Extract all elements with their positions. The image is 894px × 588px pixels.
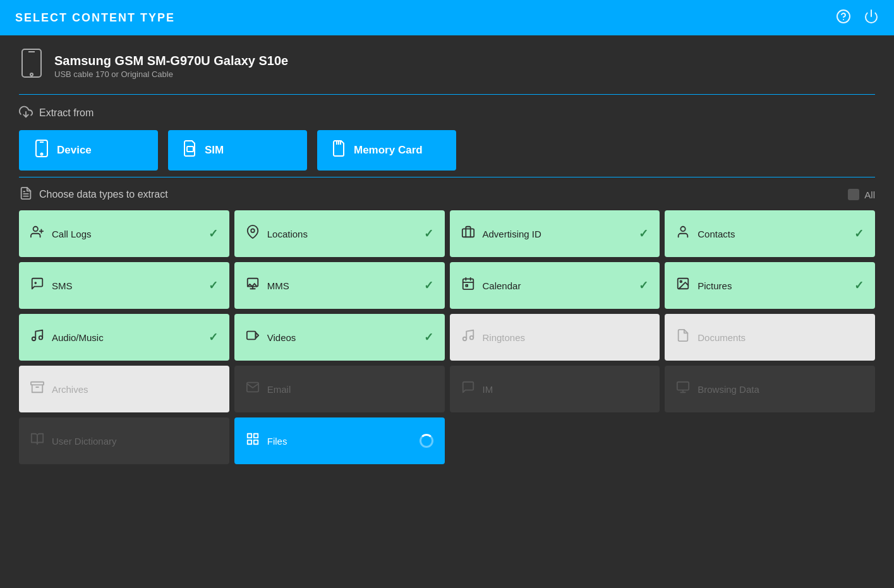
pictures-label: Pictures	[698, 280, 732, 291]
device-btn-label: Device	[57, 144, 92, 157]
svg-point-31	[680, 280, 682, 282]
archives-icon	[30, 380, 44, 398]
device-name: Samsung GSM SM-G970U Galaxy S10e	[54, 54, 288, 68]
grid-item-documents[interactable]: Documents	[665, 314, 875, 361]
archives-label: Archives	[52, 384, 88, 395]
locations-icon	[246, 225, 260, 243]
mms-check: ✓	[424, 279, 433, 292]
extract-from-header: Extract from	[19, 105, 875, 121]
files-label: Files	[267, 436, 287, 447]
extract-from-section: Extract from Device SIM	[0, 95, 894, 177]
svg-point-21	[681, 227, 686, 231]
help-icon[interactable]	[836, 9, 851, 27]
contacts-label: Contacts	[698, 229, 735, 239]
extract-icon	[19, 105, 33, 121]
all-label: All	[864, 189, 875, 200]
svg-point-19	[251, 229, 255, 232]
videos-check: ✓	[424, 330, 433, 344]
extract-from-label: Extract from	[39, 107, 94, 119]
grid-item-archives[interactable]: Archives	[19, 366, 229, 412]
svg-point-33	[39, 336, 43, 340]
locations-check: ✓	[424, 227, 433, 241]
data-types-header: Choose data types to extract All	[0, 177, 894, 210]
device-details: Samsung GSM SM-G970U Galaxy S10e USB cab…	[54, 54, 288, 79]
grid-item-email[interactable]: Email	[234, 366, 445, 412]
svg-point-9	[41, 153, 43, 155]
grid-item-pictures[interactable]: Pictures ✓	[665, 262, 875, 309]
svg-rect-38	[31, 382, 44, 385]
sim-btn-icon	[183, 140, 197, 160]
grid-item-user-dictionary[interactable]: User Dictionary	[19, 417, 229, 464]
device-btn-icon	[34, 140, 49, 161]
call-logs-label: Call Logs	[52, 229, 92, 239]
data-types-title-group: Choose data types to extract	[19, 186, 168, 203]
svg-rect-34	[247, 332, 256, 340]
email-icon	[246, 380, 260, 398]
svg-point-5	[30, 73, 33, 76]
calendar-check: ✓	[639, 279, 648, 292]
grid-item-audio-music[interactable]: Audio/Music ✓	[19, 314, 229, 361]
files-spinner	[420, 434, 433, 448]
svg-rect-43	[248, 434, 251, 438]
grid-item-browsing-data[interactable]: Browsing Data	[665, 366, 875, 412]
advertising-id-icon	[461, 225, 475, 243]
sim-button[interactable]: SIM	[168, 130, 307, 171]
memory-card-button[interactable]: Memory Card	[317, 130, 456, 171]
header: SELECT CONTENT TYPE	[0, 0, 894, 35]
all-checkbox-group[interactable]: All	[848, 189, 875, 200]
memory-card-btn-icon	[332, 140, 346, 160]
user-dictionary-icon	[30, 432, 44, 450]
header-icons	[836, 9, 879, 27]
sim-btn-label: SIM	[205, 144, 224, 157]
svg-point-22	[35, 282, 36, 284]
device-button[interactable]: Device	[19, 130, 158, 171]
audio-music-icon	[30, 328, 44, 346]
user-dictionary-label: User Dictionary	[52, 436, 117, 447]
browsing-data-icon	[676, 380, 690, 398]
svg-point-36	[462, 337, 466, 341]
locations-label: Locations	[267, 229, 308, 239]
sms-icon	[30, 277, 44, 294]
grid-item-videos[interactable]: Videos ✓	[234, 314, 445, 361]
svg-rect-40	[677, 382, 689, 390]
grid-item-mms[interactable]: MMS ✓	[234, 262, 445, 309]
svg-point-32	[32, 337, 36, 341]
pictures-icon	[676, 277, 690, 294]
page-title: SELECT CONTENT TYPE	[15, 11, 175, 25]
grid-item-files[interactable]: Files	[234, 417, 445, 464]
sms-check: ✓	[208, 279, 218, 292]
data-types-label: Choose data types to extract	[39, 189, 168, 200]
svg-rect-20	[462, 229, 473, 237]
svg-rect-45	[254, 440, 258, 444]
ringtones-icon	[461, 328, 475, 346]
grid-item-advertising-id[interactable]: Advertising ID ✓	[450, 210, 660, 257]
grid-item-calendar[interactable]: Calendar ✓	[450, 262, 660, 309]
data-types-grid: Call Logs ✓ Locations ✓ Advertising ID	[0, 210, 894, 469]
grid-item-call-logs[interactable]: Call Logs ✓	[19, 210, 229, 257]
call-logs-icon	[30, 225, 44, 243]
data-types-icon	[19, 186, 33, 203]
ringtones-label: Ringtones	[483, 332, 526, 343]
audio-music-label: Audio/Music	[52, 332, 104, 343]
svg-rect-25	[462, 279, 473, 290]
svg-rect-44	[254, 434, 258, 438]
mms-label: MMS	[267, 280, 289, 291]
im-icon	[461, 380, 475, 398]
videos-label: Videos	[267, 332, 296, 343]
calendar-icon	[461, 277, 475, 294]
browsing-data-label: Browsing Data	[698, 384, 759, 395]
grid-item-ringtones[interactable]: Ringtones	[450, 314, 660, 361]
call-logs-check: ✓	[208, 227, 218, 241]
contacts-icon	[676, 225, 690, 243]
calendar-label: Calendar	[483, 280, 521, 291]
power-icon[interactable]	[864, 9, 879, 27]
grid-item-sms[interactable]: SMS ✓	[19, 262, 229, 309]
grid-item-contacts[interactable]: Contacts ✓	[665, 210, 875, 257]
grid-item-im[interactable]: IM	[450, 366, 660, 412]
svg-rect-29	[466, 285, 468, 287]
grid-item-locations[interactable]: Locations ✓	[234, 210, 445, 257]
memory-card-btn-label: Memory Card	[354, 144, 423, 157]
all-checkbox[interactable]	[848, 189, 859, 200]
email-label: Email	[267, 384, 291, 395]
device-phone-icon	[19, 48, 44, 84]
